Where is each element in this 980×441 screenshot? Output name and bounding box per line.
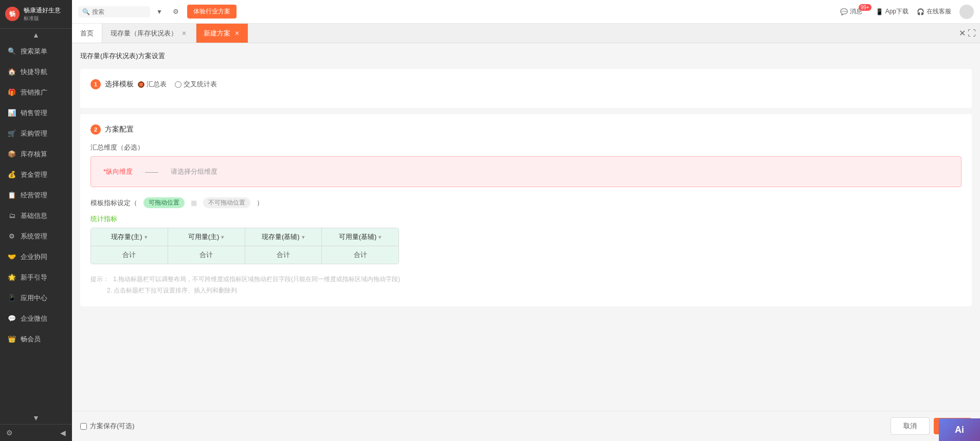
contract-icon: 🤝 <box>7 252 16 262</box>
sidebar-collapse-button[interactable]: ◀ <box>60 429 66 437</box>
stat-col-header-0[interactable]: 现存量(主) ▾ <box>91 228 168 246</box>
save-checkbox[interactable]: 方案保存(可选) <box>80 421 135 431</box>
search-input[interactable] <box>92 8 143 15</box>
sidebar-item-marketing[interactable]: 🎁 营销推广 <box>0 82 72 103</box>
sidebar-item-search-menu[interactable]: 🔍 搜索菜单 <box>0 41 72 62</box>
stat-col-header-1[interactable]: 可用量(主) ▾ <box>168 228 245 246</box>
dimension-selector-box[interactable]: *纵向维度 —— 请选择分组维度 <box>90 156 961 187</box>
sidebar-item-system[interactable]: ⚙ 系统管理 <box>0 226 72 247</box>
section2-title: 方案配置 <box>105 125 134 134</box>
sidebar-item-basic-info[interactable]: 🗂 基础信息 <box>0 206 72 226</box>
content-area: 现存量(库存状况表)方案设置 1 选择模板 汇总表 交叉统计表 <box>72 43 980 411</box>
tab-new-plan[interactable]: 新建方案 ✕ <box>196 24 248 43</box>
quick-nav-icon: 🏠 <box>7 67 16 77</box>
topbar-dropdown-button[interactable]: ▼ <box>154 7 165 16</box>
online-service-label: 在线客服 <box>927 7 951 16</box>
sidebar-logo: 畅 畅康通好生意 标准版 <box>0 0 72 29</box>
sidebar-item-finance[interactable]: 💰 资金管理 <box>0 164 72 185</box>
app-logo-icon: 畅 <box>5 7 20 21</box>
radio-summary-input[interactable] <box>138 81 144 88</box>
stat-col-label-2: 现存量(基辅) <box>262 232 300 242</box>
stat-table: 现存量(主) ▾ 合计 可用量(主) ▾ 合计 <box>90 228 399 264</box>
app-download-icon: 📱 <box>876 8 883 15</box>
sidebar-item-label: 畅会员 <box>21 335 41 344</box>
sidebar-item-label: 企业协同 <box>21 252 47 262</box>
sidebar-item-label: 应用中心 <box>21 293 47 303</box>
sidebar-item-sales[interactable]: 📊 销售管理 <box>0 103 72 123</box>
app-download-button[interactable]: 📱 App下载 <box>876 7 909 16</box>
marketing-icon: 🎁 <box>7 88 16 97</box>
topbar-search-box[interactable]: 🔍 <box>78 6 150 17</box>
message-icon: 💬 <box>840 8 848 15</box>
tab-close-all-button[interactable]: ✕ <box>959 28 966 38</box>
sidebar-item-quick-nav[interactable]: 🏠 快捷导航 <box>0 62 72 82</box>
messages-button[interactable]: 💬 消息 99+ <box>840 7 867 16</box>
sidebar-item-purchase[interactable]: 🛒 采购管理 <box>0 123 72 144</box>
user-avatar[interactable] <box>959 5 974 19</box>
section2-header: 2 方案配置 <box>90 124 961 135</box>
tip-line-1: 2. 点击标题栏下拉可设置排序、插入列和删除列 <box>90 285 961 297</box>
radio-cross-label: 交叉统计表 <box>184 80 217 89</box>
section2-card: 2 方案配置 汇总维度（必选） *纵向维度 —— 请选择分组维度 模板指标设定（… <box>80 114 972 306</box>
radio-summary[interactable]: 汇总表 <box>138 80 167 89</box>
ai-badge[interactable]: Ai <box>939 418 980 441</box>
sidebar-item-label: 经营管理 <box>21 191 47 200</box>
sidebar-item-label: 系统管理 <box>21 232 47 241</box>
chevron-down-icon-2: ▾ <box>302 234 305 241</box>
app-name: 畅康通好生意 <box>24 6 61 15</box>
sidebar-item-wechat[interactable]: 💬 企业微信 <box>0 308 72 329</box>
save-checkbox-input[interactable] <box>80 423 87 430</box>
sidebar-item-label: 搜索菜单 <box>21 47 47 56</box>
tips-section: 提示： 1.拖动标题栏可以调整布局，不可跨维度或指标区域拖动栏目字段(只能在同一… <box>90 274 961 296</box>
stat-col-2: 现存量(基辅) ▾ 合计 <box>245 228 322 264</box>
sidebar-item-contract[interactable]: 🤝 企业协同 <box>0 247 72 267</box>
section1-card: 1 选择模板 汇总表 交叉统计表 <box>80 69 972 108</box>
indicator-config-close: ） <box>257 198 263 208</box>
sidebar-item-inventory[interactable]: 📦 库存核算 <box>0 144 72 164</box>
stat-section-title: 统计指标 <box>90 214 961 224</box>
radio-cross[interactable]: 交叉统计表 <box>175 80 217 89</box>
search-menu-icon: 🔍 <box>7 47 16 56</box>
stat-col-label-0: 现存量(主) <box>111 232 142 242</box>
agg-dimension-label: 汇总维度（必选） <box>90 143 961 152</box>
stat-col-header-3[interactable]: 可用量(基辅) ▾ <box>322 228 398 246</box>
tab-new-label: 新建方案 <box>204 29 230 38</box>
online-service-button[interactable]: 🎧 在线客服 <box>917 7 951 16</box>
stat-col-header-2[interactable]: 现存量(基辅) ▾ <box>245 228 322 246</box>
sidebar-item-newbie[interactable]: 🌟 新手引导 <box>0 267 72 288</box>
sidebar-item-operations[interactable]: 📋 经营管理 <box>0 185 72 206</box>
tabbar: 首页 现存量（库存状况表） ✕ 新建方案 ✕ ✕ ⛶ <box>72 24 980 43</box>
sales-icon: 📊 <box>7 108 16 118</box>
cancel-button[interactable]: 取消 <box>891 417 930 435</box>
tip-line-0: 提示： 1.拖动标题栏可以调整布局，不可跨维度或指标区域拖动栏目字段(只能在同一… <box>90 274 961 285</box>
stat-table-header: 现存量(主) ▾ 合计 可用量(主) ▾ 合计 <box>91 228 398 264</box>
tab-inventory-close[interactable]: ✕ <box>180 29 188 38</box>
finance-icon: 💰 <box>7 170 16 179</box>
tab-inventory-status[interactable]: 现存量（库存状况表） ✕ <box>102 24 196 43</box>
stat-col-label-3: 可用量(基辅) <box>339 232 377 242</box>
sidebar-scroll-down[interactable]: ▼ <box>0 412 72 424</box>
tip-text-0: 1.拖动标题栏可以调整布局，不可跨维度或指标区域拖动栏目字段(只能在同一维度或指… <box>113 274 400 285</box>
sidebar-item-label: 资金管理 <box>21 170 47 179</box>
sidebar-item-member[interactable]: 👑 畅会员 <box>0 329 72 350</box>
topbar-right: 💬 消息 99+ 📱 App下载 🎧 在线客服 <box>840 5 974 19</box>
dimension-separator: —— <box>145 168 158 176</box>
tab-new-close[interactable]: ✕ <box>233 29 241 38</box>
app-name-block: 畅康通好生意 标准版 <box>24 6 61 22</box>
sidebar-item-app-center[interactable]: 📱 应用中心 <box>0 288 72 308</box>
sidebar-settings-button[interactable]: ⚙ <box>6 429 13 437</box>
dimension-placeholder: 请选择分组维度 <box>171 167 217 176</box>
settings-icon: ⚙ <box>173 8 179 15</box>
radio-cross-input[interactable] <box>175 81 182 88</box>
tab-expand-button[interactable]: ⛶ <box>968 29 976 38</box>
sidebar-scroll-up[interactable]: ▲ <box>0 29 72 41</box>
stat-col-body-2: 合计 <box>245 246 322 264</box>
tab-home[interactable]: 首页 <box>72 24 102 43</box>
trial-button[interactable]: 体验行业方案 <box>187 5 237 19</box>
member-icon: 👑 <box>7 335 16 344</box>
chevron-down-icon-1: ▾ <box>221 234 224 241</box>
topbar-settings-button[interactable]: ⚙ <box>169 5 183 19</box>
section2-num: 2 <box>90 124 101 135</box>
sidebar: 畅 畅康通好生意 标准版 ▲ 🔍 搜索菜单 🏠 快捷导航 🎁 营销推广 📊 销售… <box>0 0 72 441</box>
tabbar-right: ✕ ⛶ <box>959 28 980 38</box>
